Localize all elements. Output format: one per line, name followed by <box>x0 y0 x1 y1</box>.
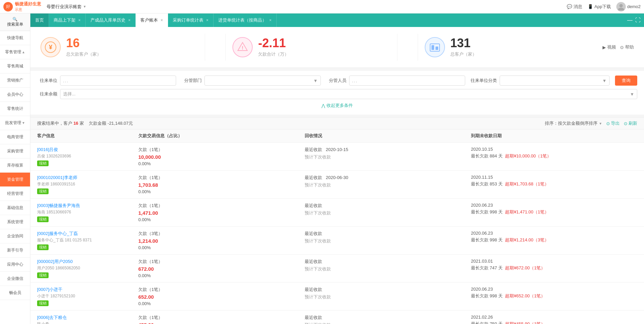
sidebar-search[interactable]: 🔍 搜索菜单 <box>0 13 30 31</box>
tab-purchase-order-close[interactable]: × <box>206 18 208 23</box>
table-row: [0007]小迸干 小迸干 18279152100 现销 欠款（1笔） 652.… <box>30 283 644 311</box>
result-info: 搜索结果中，客户 16 家 欠款金额 -21,148.07元 <box>37 120 133 126</box>
customer-name-7[interactable]: [0006]去下粮仓 <box>37 315 138 321</box>
app-download-button[interactable]: 📱 App下载 <box>588 4 611 10</box>
tab-expand-icon[interactable]: ⛶ <box>635 17 641 23</box>
export-button[interactable]: ⊙ 导出 <box>606 120 620 126</box>
refresh-button[interactable]: ⊙ 刷新 <box>624 120 637 126</box>
recover-date-2: 最近收款 2020-06-30 <box>305 175 471 181</box>
th-debt-info: 欠款交易信息（占比） <box>138 133 305 139</box>
sidebar-item-purchase[interactable]: 采购管理 <box>0 144 30 158</box>
tab-goods-stat-close[interactable]: × <box>269 18 272 23</box>
top-bar-left: 好 畅捷通好生意 示意 母婴行业演示账套 ▼ <box>3 1 89 12</box>
overdue-link-2[interactable]: 超期¥1,703.68（1笔） <box>505 181 549 186</box>
th-due-date: 到期未收款日期 <box>471 133 637 139</box>
table-row: [0001020001]李老师 李老师 18600391516 现销 欠款（1笔… <box>30 171 644 199</box>
overdue-link-4[interactable]: 超期¥1,214.00（3笔） <box>505 237 549 242</box>
overdue-link-1[interactable]: 超期¥10,000.00（1笔） <box>505 153 551 158</box>
customer-name-3[interactable]: [0003]畅捷服务尹海燕 <box>37 203 138 209</box>
due-date-5: 2021.03.01 <box>471 259 637 264</box>
recover-next-1: 预计下次收款 <box>305 154 471 160</box>
person-input[interactable]: ... <box>349 76 465 86</box>
overdue-link-5[interactable]: 超期¥672.00（1笔） <box>505 265 545 270</box>
stat-info-total-customers: 131 总客户（家） <box>450 37 477 57</box>
recover-date-3: 最近收款 <box>305 203 471 209</box>
tab-minimize-icon[interactable]: — <box>627 17 633 23</box>
video-action[interactable]: ▶ 视频 <box>603 44 616 50</box>
query-button[interactable]: 查询 <box>615 76 637 86</box>
balance-select[interactable]: 选择... ▼ <box>60 89 637 99</box>
tab-product-list-label: 商品上下架 <box>54 17 76 23</box>
filter-item-balance: 往来余额 选择... ▼ <box>37 89 637 99</box>
debt-pct-1: 0.00% <box>138 161 305 166</box>
sidebar-item-member[interactable]: 会员中心 <box>0 88 30 102</box>
overdue-link-6[interactable]: 超期¥652.00（1笔） <box>505 293 545 298</box>
from-unit-input[interactable]: ... <box>60 76 176 86</box>
recover-info-1: 最近收款 2020-10-15 预计下次收款 <box>305 147 471 160</box>
sidebar-item-member-plus[interactable]: 畅会员 <box>0 286 30 300</box>
debt-pct-6: 0.00% <box>138 301 305 306</box>
sidebar-item-operations[interactable]: 经营管理 <box>0 187 30 201</box>
tab-customer-account[interactable]: 客户账本 × <box>136 13 168 27</box>
user-menu[interactable]: demo2 <box>616 2 641 11</box>
store-selector[interactable]: 母婴行业演示账套 ▼ <box>44 2 89 11</box>
sidebar-item-ecommerce[interactable]: 电商管理 <box>0 130 30 144</box>
result-actions: 排序：按欠款金额倒序排序 ▼ ⊙ 导出 ⊙ 刷新 <box>545 120 637 126</box>
table-row: [0003]畅捷服务尹海燕 海燕 18513066976 现销 欠款（1笔） 1… <box>30 199 644 227</box>
sidebar-item-new-guide[interactable]: 新手引导 <box>0 243 30 258</box>
right-panel: 首页 商品上下架 × 产成品入库单历史 × 客户账本 × 采购订单统计表 × 进… <box>30 13 644 324</box>
sidebar-item-retail-store[interactable]: 零售商城 <box>0 59 30 73</box>
sidebar-item-app-center[interactable]: 应用中心 <box>0 258 30 272</box>
tab-purchase-order[interactable]: 采购订单统计表 × <box>168 13 214 27</box>
sidebar-item-finance[interactable]: 资金管理 <box>0 173 30 187</box>
tab-home[interactable]: 首页 <box>30 13 49 27</box>
sidebar-item-retail-mgmt[interactable]: 零售管理 ▲ <box>0 45 30 59</box>
overdue-link-3[interactable]: 超期¥1,471.00（1笔） <box>505 209 549 214</box>
tab-production-history[interactable]: 产成品入库单历史 × <box>86 13 136 27</box>
debt-info-1: 欠款（1笔） 10,000.00 0.00% <box>138 147 305 166</box>
customer-name-6[interactable]: [0007]小迸干 <box>37 287 138 293</box>
tab-goods-stat[interactable]: 进货单统计表（按商品） × <box>214 13 277 27</box>
customer-name-2[interactable]: [0001020001]李老师 <box>37 175 138 181</box>
result-sort[interactable]: 排序：按欠款金额倒序排序 ▼ <box>545 120 602 126</box>
refresh-icon: ⊙ <box>624 121 627 126</box>
message-button[interactable]: 💬 消息 <box>567 4 582 10</box>
tab-product-list[interactable]: 商品上下架 × <box>49 13 86 27</box>
customer-phone-4: 服务中心_丁磊 181 0125 8371 <box>37 237 138 243</box>
result-customer-count: 16 <box>74 121 78 126</box>
help-icon: ⊙ <box>620 45 624 50</box>
recover-next-3: 预计下次收款 <box>305 210 471 216</box>
debt-count-6: 欠款（1笔） <box>138 287 305 293</box>
sidebar-item-enterprise[interactable]: 企业协同 <box>0 229 30 243</box>
tab-customer-account-label: 客户账本 <box>140 17 158 23</box>
recover-next-4: 预计下次收款 <box>305 238 471 244</box>
customer-name-1[interactable]: [0016]吕俊 <box>37 147 138 153</box>
collapse-button[interactable]: ⋀ 收起更多条件 <box>37 102 637 109</box>
stat-label-total-customers: 总客户（家） <box>450 51 477 57</box>
sidebar-item-enterprise-wx[interactable]: 企业微信 <box>0 272 30 286</box>
due-date-3: 2020.06.23 <box>471 203 637 208</box>
sidebar-item-batch-mgmt[interactable]: 批发管理 ▼ <box>0 116 30 130</box>
sidebar-item-inventory[interactable]: 库存核算 <box>0 158 30 173</box>
phone-icon: 📱 <box>588 4 593 9</box>
tab-customer-account-close[interactable]: × <box>161 18 163 23</box>
debt-info-2: 欠款（1笔） 1,703.68 0.00% <box>138 175 305 194</box>
customer-name-4[interactable]: [0002]服务中心_丁磊 <box>37 231 138 237</box>
from-unit-label: 往来单位 <box>37 78 57 84</box>
tab-home-label: 首页 <box>35 17 44 23</box>
top-bar-right: 💬 消息 📱 App下载 demo2 <box>567 2 641 11</box>
sidebar-item-marketing[interactable]: 营销推广 <box>0 73 30 88</box>
sidebar-item-retail-stat[interactable]: 零售统计 <box>0 102 30 116</box>
customer-name-5[interactable]: [000002]用户2050 <box>37 259 138 265</box>
collapse-icon: ⋀ <box>321 103 325 108</box>
sidebar-item-basic-info[interactable]: 基础信息 <box>0 201 30 215</box>
tab-product-list-close[interactable]: × <box>78 18 81 23</box>
unit-class-select[interactable]: ▼ <box>500 76 610 86</box>
due-overdue-7: 最长欠款 750 天 超期¥455.90（1笔） <box>471 321 637 324</box>
sidebar-item-quick-nav[interactable]: 快捷导航 <box>0 31 30 45</box>
sidebar-item-system[interactable]: 系统管理 <box>0 215 30 229</box>
tab-production-history-close[interactable]: × <box>128 18 131 23</box>
help-action[interactable]: ⊙ 帮助 <box>620 44 634 50</box>
dept-select[interactable]: ▼ <box>204 76 320 86</box>
overdue-link-7[interactable]: 超期¥455.90（1笔） <box>505 321 545 324</box>
